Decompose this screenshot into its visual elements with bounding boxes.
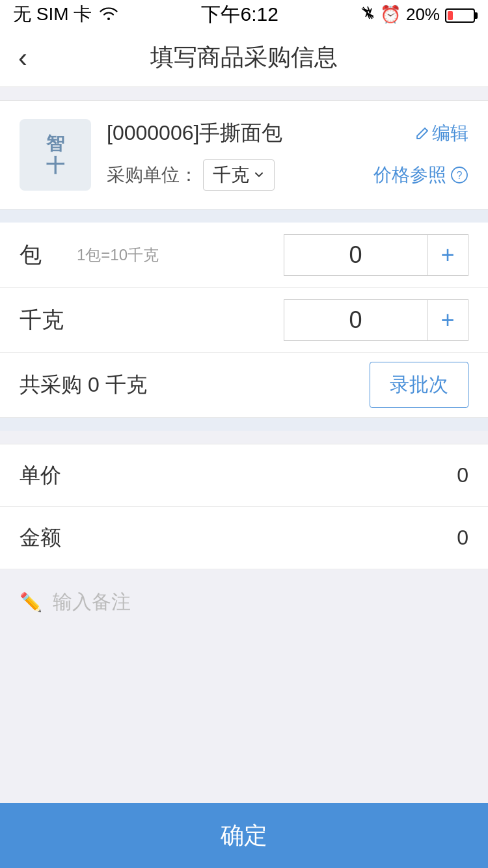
wifi-icon <box>98 4 119 25</box>
location-icon <box>360 5 375 25</box>
product-name-row: [0000006]手撕面包 编辑 <box>107 119 468 148</box>
status-left: 无 SIM 卡 <box>13 2 119 27</box>
product-meta-row: 采购单位： 千克 价格参照 ? <box>107 159 468 191</box>
unit-select[interactable]: 千克 <box>203 159 275 191</box>
bao-input-row: 包 1包=10千克 + <box>0 223 488 288</box>
unit-price-label: 单价 <box>20 461 61 490</box>
sim-label: 无 SIM 卡 <box>13 2 92 27</box>
amount-value: 0 <box>457 526 468 550</box>
bao-sublabel: 1包=10千克 <box>77 245 159 265</box>
pencil-icon: ✏️ <box>20 591 42 613</box>
unit-price-value: 0 <box>457 463 468 487</box>
battery-percent: 20% <box>406 5 440 25</box>
summary-text: 共采购 0 千克 <box>20 371 147 400</box>
product-name: [0000006]手撕面包 <box>107 119 282 148</box>
edit-button[interactable]: 编辑 <box>415 121 468 146</box>
kg-input-right: + <box>284 299 468 341</box>
amount-label: 金额 <box>20 524 61 552</box>
bao-label: 包 <box>20 240 72 270</box>
status-right: ⏰ 20% <box>360 5 475 25</box>
bao-quantity-input[interactable] <box>284 234 427 276</box>
input-section: 包 1包=10千克 + 千克 + 共采购 0 千克 录批次 <box>0 223 488 418</box>
page-title: 填写商品采购信息 <box>150 42 338 74</box>
section-divider-2 <box>0 418 488 431</box>
confirm-button[interactable]: 确定 <box>0 803 488 868</box>
product-logo: 智 十 <box>46 133 64 176</box>
unit-prefix-label: 采购单位： 千克 <box>107 159 275 191</box>
remark-placeholder: 输入备注 <box>53 589 131 616</box>
status-time: 下午6:12 <box>201 1 278 28</box>
kg-quantity-input[interactable] <box>284 299 427 341</box>
summary-row: 共采购 0 千克 录批次 <box>0 353 488 418</box>
status-bar: 无 SIM 卡 下午6:12 ⏰ 20% <box>0 0 488 29</box>
kg-label: 千克 <box>20 305 72 335</box>
unit-price-row: 单价 0 <box>0 444 488 507</box>
kg-input-row: 千克 + <box>0 288 488 353</box>
bottom-spacer <box>0 635 488 817</box>
amount-row: 金额 0 <box>0 507 488 569</box>
svg-text:?: ? <box>457 170 463 181</box>
section-divider-1 <box>0 210 488 223</box>
back-button[interactable]: ‹ <box>18 42 27 74</box>
product-info: [0000006]手撕面包 编辑 采购单位： 千克 价格参照 ? <box>107 119 468 191</box>
batch-record-button[interactable]: 录批次 <box>370 362 468 408</box>
price-section: 单价 0 金额 0 <box>0 444 488 569</box>
bao-input-right: + <box>284 234 468 276</box>
nav-bar: ‹ 填写商品采购信息 <box>0 29 488 87</box>
alarm-icon: ⏰ <box>380 5 401 25</box>
product-thumbnail: 智 十 <box>20 119 91 191</box>
price-reference-button[interactable]: 价格参照 ? <box>373 163 468 187</box>
battery-icon <box>445 5 475 25</box>
kg-plus-button[interactable]: + <box>427 299 468 341</box>
remark-section[interactable]: ✏️ 输入备注 <box>0 569 488 635</box>
bao-plus-button[interactable]: + <box>427 234 468 276</box>
product-card: 智 十 [0000006]手撕面包 编辑 采购单位： 千克 <box>0 100 488 210</box>
